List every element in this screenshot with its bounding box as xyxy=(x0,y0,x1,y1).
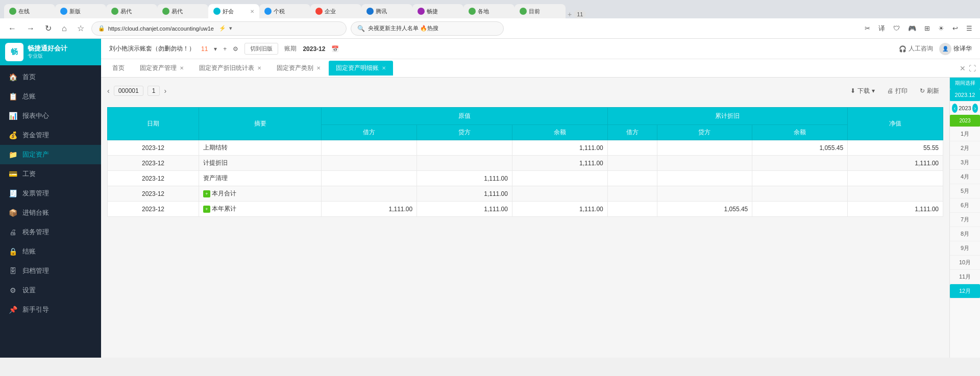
tab-label: 畅捷 xyxy=(427,8,438,15)
print-button[interactable]: 🖨 打印 xyxy=(883,85,912,97)
service-btn[interactable]: 🎧 人工咨询 xyxy=(899,44,933,53)
tab-label: 个税 xyxy=(274,8,285,15)
period-month-6[interactable]: 6月 xyxy=(950,198,980,213)
sidebar-item-tax[interactable]: 🖨 税务管理 xyxy=(0,222,101,242)
shield-button[interactable]: 🛡 xyxy=(891,23,902,34)
period-month-3[interactable]: 3月 xyxy=(950,156,980,170)
translate-button[interactable]: 译 xyxy=(876,22,888,35)
tab-close-icon[interactable]: ✕ xyxy=(316,65,321,71)
period-year-month[interactable]: 2023.12 xyxy=(950,89,980,102)
sidebar-item-reports[interactable]: 📊 报表中心 xyxy=(0,106,101,126)
period-prev-btn[interactable]: ‹ xyxy=(952,104,958,113)
reload-button[interactable]: ↻ xyxy=(42,21,55,35)
tab-geshui[interactable]: 个税 xyxy=(259,4,310,18)
forward-button[interactable]: → xyxy=(23,22,38,35)
tab-qiye[interactable]: 企业 xyxy=(310,4,361,18)
add-account-btn[interactable]: + xyxy=(223,45,227,53)
new-tab-button[interactable]: + xyxy=(568,10,572,18)
sidebar-item-home[interactable]: 🏠 首页 xyxy=(0,67,101,87)
back-button[interactable]: ← xyxy=(5,22,19,35)
menu-button[interactable]: ☰ xyxy=(964,23,975,34)
period-month-11[interactable]: 11月 xyxy=(950,270,980,284)
history-back-button[interactable]: ↩ xyxy=(950,23,961,34)
brightness-button[interactable]: ☀ xyxy=(936,23,947,34)
tab-fixed-assets-category[interactable]: 固定资产类别 ✕ xyxy=(270,61,328,76)
table-row: 2023-12 +本年累计 1,111.00 1,111.00 1,111.00… xyxy=(108,202,943,217)
tab-label: 新版 xyxy=(69,8,81,15)
cell-summary: +本月合计 xyxy=(199,186,321,202)
period-month-9[interactable]: 9月 xyxy=(950,241,980,256)
bookmark-button[interactable]: ☆ xyxy=(74,21,87,35)
period-month-5[interactable]: 5月 xyxy=(950,184,980,198)
period-month-12[interactable]: 12月 xyxy=(950,284,980,298)
prev-page-btn[interactable]: ‹ xyxy=(107,87,110,95)
cell-dep-debit xyxy=(607,140,657,156)
user-account-label: 刘小艳演示账套（勿删勿动！） xyxy=(109,44,195,53)
sidebar-item-closing[interactable]: 🔒 结账 xyxy=(0,242,101,261)
tab-muqian[interactable]: 目前 xyxy=(514,4,566,18)
tab-close-icon[interactable]: ✕ xyxy=(382,65,386,71)
period-title: 期间选择 xyxy=(951,80,979,87)
period-next-btn[interactable]: › xyxy=(972,104,978,113)
period-month-10[interactable]: 10月 xyxy=(950,256,980,270)
calendar-icon[interactable]: 📅 xyxy=(331,45,339,53)
grid-button[interactable]: ⊞ xyxy=(922,23,933,34)
expand-tab-btn[interactable]: ⛶ xyxy=(969,64,976,72)
download-button[interactable]: ⬇ 下载 ▾ xyxy=(846,85,879,97)
address-bar[interactable]: 🔒 https://cloud.chanjet.com/accounting/u… xyxy=(91,21,347,36)
cell-orig-credit xyxy=(417,156,512,171)
tab-online[interactable]: 在线 xyxy=(4,4,55,18)
table-row: 2023-12 +本月合计 1,111.00 xyxy=(108,186,943,202)
period-month-1[interactable]: 1月 xyxy=(950,127,980,141)
sidebar-item-trading[interactable]: 📦 进销台账 xyxy=(0,203,101,222)
games-button[interactable]: 🎮 xyxy=(905,23,919,34)
tab-yidai1[interactable]: 易代 xyxy=(106,4,157,18)
settings-icon: ⚙ xyxy=(8,286,17,295)
tab-home[interactable]: 首页 xyxy=(105,61,132,76)
close-tab-btn[interactable]: ✕ xyxy=(960,64,966,72)
tab-fixed-assets-detail[interactable]: 固定资产明细账 ✕ xyxy=(329,61,393,76)
sidebar-item-payroll[interactable]: 💳 工资 xyxy=(0,164,101,184)
tab-gedi[interactable]: 各地 xyxy=(463,4,514,18)
search-bar[interactable]: 🔍 央视更新主持人名单 🔥热搜 xyxy=(351,21,504,36)
table-row: 2023-12 计提折旧 1,111.00 1,111.00 xyxy=(108,156,943,171)
sidebar-item-invoice[interactable]: 🧾 发票管理 xyxy=(0,184,101,203)
tab-favicon xyxy=(469,8,476,15)
period-year-badge[interactable]: 2023 xyxy=(950,115,980,127)
period-month-7[interactable]: 7月 xyxy=(950,213,980,227)
tab-tengxun[interactable]: 腾讯 xyxy=(361,4,412,18)
switch-version-button[interactable]: 切到旧版 xyxy=(244,43,278,55)
next-page-btn[interactable]: › xyxy=(164,87,166,95)
sidebar-item-archive[interactable]: 🗄 归档管理 xyxy=(0,261,101,281)
tab-changjie[interactable]: 畅捷 xyxy=(412,4,463,18)
tab-new[interactable]: 新版 xyxy=(55,4,106,18)
home-button[interactable]: ⌂ xyxy=(59,22,70,35)
th-dep-credit: 贷方 xyxy=(657,125,752,140)
settings-btn[interactable]: ⚙ xyxy=(233,45,238,53)
sidebar-item-guide[interactable]: 📌 新手引导 xyxy=(0,300,101,319)
cell-date: 2023-12 xyxy=(108,202,199,217)
period-month-2[interactable]: 2月 xyxy=(950,141,980,156)
period-header: 期间选择 xyxy=(950,78,980,89)
dropdown-icon[interactable]: ▾ xyxy=(229,25,232,32)
sidebar-item-fixed-assets[interactable]: 📁 固定资产 xyxy=(0,145,101,164)
tab-yidai2[interactable]: 易代 xyxy=(157,4,208,18)
sidebar-item-funds[interactable]: 💰 资金管理 xyxy=(0,126,101,145)
cell-orig-debit xyxy=(322,140,417,156)
tab-close-icon[interactable]: ✕ xyxy=(180,65,184,71)
tab-close-icon[interactable]: ✕ xyxy=(257,65,261,71)
period-month-4[interactable]: 4月 xyxy=(950,170,980,184)
sidebar-item-general-ledger[interactable]: 📋 总账 xyxy=(0,87,101,106)
tab-close-icon[interactable]: ✕ xyxy=(250,9,254,14)
period-month-8[interactable]: 8月 xyxy=(950,227,980,241)
extensions-button[interactable]: ✂ xyxy=(862,23,873,34)
sidebar-item-label: 发票管理 xyxy=(22,189,49,198)
tab-fixed-assets-mgmt[interactable]: 固定资产管理 ✕ xyxy=(133,61,191,76)
refresh-button[interactable]: ↻ 刷新 xyxy=(916,85,943,97)
refresh-label: 刷新 xyxy=(927,87,939,95)
dropdown-btn[interactable]: ▾ xyxy=(214,45,217,53)
toolbar: ⬇ 下载 ▾ 🖨 打印 ↻ 刷新 xyxy=(846,85,943,97)
tab-depreciation-stats[interactable]: 固定资产折旧统计表 ✕ xyxy=(192,61,268,76)
sidebar-item-settings[interactable]: ⚙ 设置 xyxy=(0,281,101,300)
tab-haohui[interactable]: 好会 ✕ xyxy=(208,4,259,18)
